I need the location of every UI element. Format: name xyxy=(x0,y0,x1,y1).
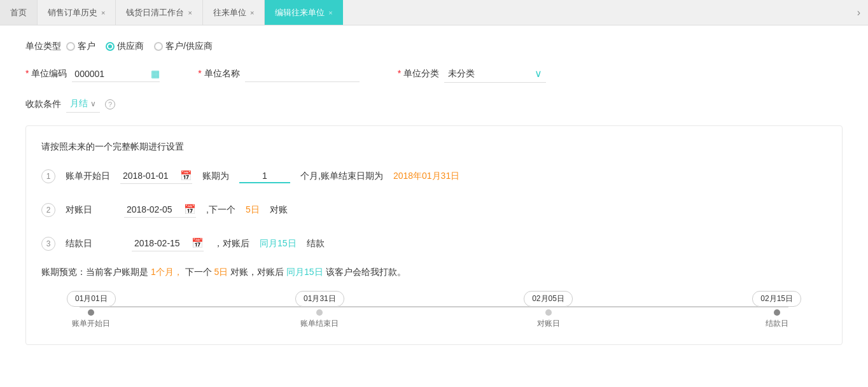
preview-text: 账期预览：当前客户账期是 1个月， 下一个 5日 对账，对账后 同月15日 该客… xyxy=(41,257,827,278)
step-2-label: 对账日 xyxy=(66,204,104,216)
timeline-label-4: 结款日 xyxy=(766,318,788,329)
unit-code-label: 单位编码 xyxy=(25,68,67,80)
timeline-node-1: 01月01日 账单开始日 xyxy=(67,291,116,329)
timeline-badge-2: 01月31日 xyxy=(295,291,344,307)
preview-highlight3: 同月15日 xyxy=(286,267,323,277)
preview-text1: 下一个 xyxy=(185,267,212,277)
tab-sales-history[interactable]: 销售订单历史 × xyxy=(38,0,116,25)
radio-group: 客户 供应商 客户/供应商 xyxy=(66,41,213,52)
step-1-period-suffix: 个月,账单结束日期为 xyxy=(300,171,383,182)
step-1-label: 账单开始日 xyxy=(66,171,110,182)
unit-category-label: 单位分类 xyxy=(398,68,439,80)
step-3-desc-suffix: 结款 xyxy=(307,238,325,250)
unit-type-row: 单位类型 客户 供应商 客户/供应商 xyxy=(25,41,843,52)
tab-partner-close-icon[interactable]: × xyxy=(250,9,254,17)
step-3-date-input[interactable] xyxy=(132,236,189,251)
timeline-dot-2 xyxy=(316,309,323,316)
step-2-highlight: 5日 xyxy=(246,204,260,216)
tab-edit-label: 编辑往来单位 xyxy=(275,7,325,18)
unit-type-group: 单位类型 客户 供应商 客户/供应商 xyxy=(25,41,213,52)
payment-terms-select[interactable]: 月结 ∨ xyxy=(66,95,100,113)
preview-highlight2: 5日 xyxy=(214,267,228,277)
tab-edit-partner[interactable]: 编辑往来单位 × xyxy=(265,0,342,25)
tab-cash-label: 钱货日清工作台 xyxy=(126,7,184,18)
step-3-desc-prefix: ，对账后 xyxy=(214,238,249,250)
preview-suffix: 该客户会给我打款。 xyxy=(326,267,406,277)
step-1-row: 1 账单开始日 📅 账期为 个月,账单结束日期为 2018年01月31日 xyxy=(41,168,827,184)
step-1-end-date: 2018年01月31日 xyxy=(393,171,459,182)
tab-partner-units[interactable]: 往来单位 × xyxy=(203,0,265,25)
step-1-calendar-icon[interactable]: 📅 xyxy=(180,170,192,181)
radio-customer-circle xyxy=(66,42,75,51)
preview-prefix: 账期预览：当前客户账期是 xyxy=(41,267,148,277)
step-2-date-wrapper: 📅 xyxy=(124,202,196,218)
unit-info-row: 单位编码 ▦ 单位名称 河南供应商22 单位分类 未分类 ∨ xyxy=(25,65,843,83)
tab-sales-close-icon[interactable]: × xyxy=(101,9,105,17)
radio-both[interactable]: 客户/供应商 xyxy=(154,41,213,52)
unit-name-label: 单位名称 xyxy=(198,68,239,80)
tab-home-label: 首页 xyxy=(10,7,27,18)
timeline-node-4: 02月15日 结款日 xyxy=(752,291,801,329)
tab-expand-button[interactable]: › xyxy=(850,7,868,18)
tab-cash-workbench[interactable]: 钱货日清工作台 × xyxy=(116,0,202,25)
unit-code-input-wrapper: ▦ xyxy=(72,66,160,82)
timeline-dot-4 xyxy=(774,309,780,316)
step-2-desc-prefix: ,下一个 xyxy=(206,204,235,216)
category-dropdown-icon: ∨ xyxy=(535,67,542,80)
timeline-badge-1: 01月01日 xyxy=(67,291,116,307)
unit-type-label: 单位类型 xyxy=(25,41,61,52)
step-2-date-input[interactable] xyxy=(124,202,181,217)
timeline-label-3: 对账日 xyxy=(537,318,560,329)
step-2-number: 2 xyxy=(41,203,55,217)
step-3-date-wrapper: 📅 xyxy=(132,236,204,251)
unit-code-group: 单位编码 ▦ xyxy=(25,66,160,82)
main-content: 单位类型 客户 供应商 客户/供应商 单位编码 xyxy=(0,25,868,387)
step-1-period-input[interactable] xyxy=(239,169,290,183)
unit-code-icon[interactable]: ▦ xyxy=(151,68,160,80)
preview-highlight1: 1个月， xyxy=(151,267,183,277)
tab-cash-close-icon[interactable]: × xyxy=(188,9,192,17)
timeline-badge-4: 02月15日 xyxy=(752,291,801,307)
step-1-date-input[interactable] xyxy=(120,168,178,183)
step-1-period-prefix: 账期为 xyxy=(202,171,229,182)
timeline-badge-3: 02月05日 xyxy=(524,291,573,307)
unit-category-group: 单位分类 未分类 ∨ xyxy=(398,65,546,83)
step-2-calendar-icon[interactable]: 📅 xyxy=(184,204,196,215)
preview-text2: 对账，对账后 xyxy=(230,267,284,277)
payment-terms-value: 月结 xyxy=(70,98,88,109)
settings-box: 请按照未来的一个完整帐期进行设置 1 账单开始日 📅 账期为 个月,账单结束日期… xyxy=(25,125,843,345)
timeline-dot-3 xyxy=(545,309,552,316)
radio-both-circle xyxy=(154,42,163,51)
payment-terms-dropdown-icon: ∨ xyxy=(90,99,96,108)
step-2-row: 2 对账日 📅 ,下一个 5日 对账 xyxy=(41,202,827,218)
timeline: 01月01日 账单开始日 01月31日 账单结束日 02月05日 对账日 xyxy=(41,291,827,329)
tab-edit-close-icon[interactable]: × xyxy=(328,9,332,17)
radio-supplier-circle xyxy=(106,42,115,51)
step-3-highlight: 同月15日 xyxy=(260,238,297,250)
unit-category-select[interactable]: 未分类 ∨ xyxy=(444,65,546,83)
radio-supplier[interactable]: 供应商 xyxy=(106,41,144,52)
timeline-node-2: 01月31日 账单结束日 xyxy=(295,291,344,329)
payment-terms-row: 收款条件 月结 ∨ ? xyxy=(25,95,843,113)
timeline-node-3: 02月05日 对账日 xyxy=(524,291,573,329)
tab-partner-label: 往来单位 xyxy=(213,7,246,18)
step-3-number: 3 xyxy=(41,237,55,251)
tab-sales-label: 销售订单历史 xyxy=(48,7,97,18)
payment-terms-help-icon[interactable]: ? xyxy=(105,99,115,109)
step-2-desc-suffix: 对账 xyxy=(270,204,288,216)
timeline-label-2: 账单结束日 xyxy=(300,318,339,329)
unit-name-group: 单位名称 河南供应商22 xyxy=(198,66,359,82)
radio-customer[interactable]: 客户 xyxy=(66,41,95,52)
step-1-date-wrapper: 📅 xyxy=(120,168,192,184)
timeline-dot-1 xyxy=(88,309,94,316)
radio-both-label: 客户/供应商 xyxy=(165,41,213,52)
radio-customer-label: 客户 xyxy=(78,41,95,52)
timeline-nodes: 01月01日 账单开始日 01月31日 账单结束日 02月05日 对账日 xyxy=(54,291,814,329)
tab-home[interactable]: 首页 xyxy=(0,0,38,25)
unit-name-input[interactable]: 河南供应商22 xyxy=(245,66,360,82)
unit-code-input[interactable] xyxy=(72,66,148,81)
payment-terms-group: 收款条件 月结 ∨ ? xyxy=(25,95,115,113)
step-3-calendar-icon[interactable]: 📅 xyxy=(192,237,204,249)
step-3-label: 结款日 xyxy=(66,238,104,250)
radio-supplier-label: 供应商 xyxy=(117,41,144,52)
